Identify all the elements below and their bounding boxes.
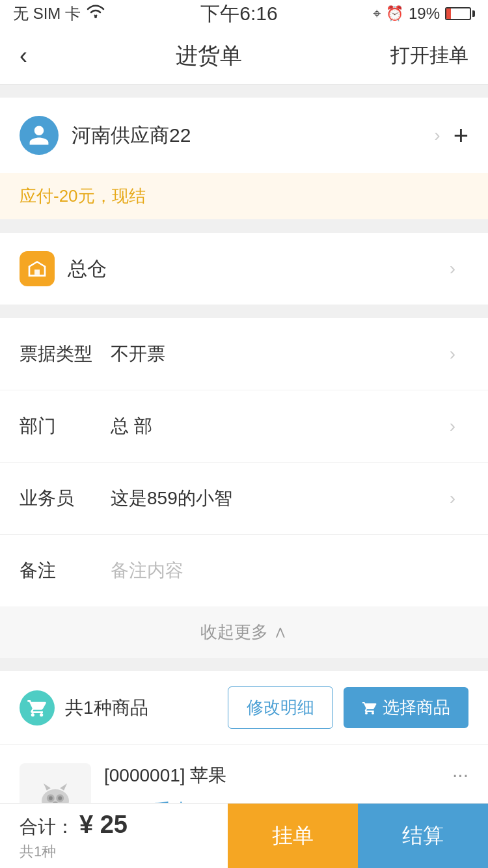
total-label: 合计：: [20, 815, 74, 839]
gap-3: [0, 305, 488, 318]
open-hang-button[interactable]: 打开挂单: [390, 42, 468, 69]
time-label: 下午6:16: [200, 1, 277, 27]
edit-detail-button[interactable]: 修改明细: [228, 686, 333, 729]
warehouse-name-label: 总仓: [68, 256, 450, 282]
warehouse-chevron-icon: ›: [450, 258, 455, 279]
gap-2: [0, 219, 488, 232]
products-icon: [27, 698, 47, 718]
form-row-remark[interactable]: 备注 备注内容: [0, 534, 488, 606]
settle-label: 结算: [402, 822, 444, 850]
cart-icon: [362, 700, 377, 716]
remark-placeholder: 备注内容: [111, 558, 468, 583]
gap-1: [0, 85, 488, 98]
supplier-avatar: [20, 116, 59, 155]
products-header: 共1种商品 修改明细 选择商品: [0, 671, 488, 744]
status-right: ⌖ ⏰ 19%: [373, 5, 475, 23]
invoice-label: 票据类型: [20, 342, 98, 366]
invoice-chevron-icon: ›: [450, 344, 455, 364]
products-icon-wrap: [20, 690, 55, 726]
supplier-card: 河南供应商22 › +: [0, 98, 488, 173]
network-label: 无 SIM 卡: [13, 3, 81, 24]
warehouse-row[interactable]: 总仓 ›: [0, 232, 488, 305]
hang-button[interactable]: 挂单: [228, 804, 358, 869]
warehouse-icon-wrap: [20, 251, 55, 286]
select-product-button[interactable]: 选择商品: [344, 687, 468, 728]
warning-banner: 应付-20元，现结: [0, 173, 488, 219]
salesperson-chevron-icon: ›: [450, 488, 455, 509]
settle-button[interactable]: 结算: [358, 804, 488, 869]
svg-point-6: [58, 796, 62, 800]
person-icon: [27, 124, 51, 147]
collapse-row[interactable]: 收起更多 ∧: [0, 606, 488, 658]
svg-rect-1: [34, 269, 40, 275]
supplier-row[interactable]: 河南供应商22 › +: [20, 98, 468, 173]
status-bar: 无 SIM 卡 下午6:16 ⌖ ⏰ 19%: [0, 0, 488, 27]
form-row-dept[interactable]: 部门 总 部 ›: [0, 390, 488, 462]
hang-label: 挂单: [272, 822, 314, 850]
nav-bar: ‹ 进货单 打开挂单: [0, 27, 488, 85]
invoice-value: 不开票: [111, 342, 450, 366]
select-product-label: 选择商品: [383, 696, 450, 719]
product-name-label: [0000001] 苹果: [104, 763, 439, 788]
svg-point-0: [94, 16, 97, 18]
footer: 合计： ¥ 25 共1种 挂单 结算: [0, 803, 488, 868]
supplier-name-label: 河南供应商22: [72, 122, 434, 149]
status-left: 无 SIM 卡: [13, 3, 105, 24]
back-button[interactable]: ‹: [20, 42, 27, 70]
wifi-icon: [86, 5, 105, 23]
svg-marker-8: [44, 783, 51, 791]
form-row-invoice[interactable]: 票据类型 不开票 ›: [0, 318, 488, 390]
add-button[interactable]: +: [454, 121, 468, 150]
location-icon: ⌖: [373, 5, 381, 22]
form-row-salesperson[interactable]: 业务员 这是859的小智 ›: [0, 462, 488, 534]
svg-point-5: [49, 796, 53, 800]
remark-label: 备注: [20, 558, 98, 583]
footer-total: 合计： ¥ 25 共1种: [0, 811, 228, 861]
form-section: 票据类型 不开票 › 部门 总 部 › 业务员 这是859的小智 › 备注 备注…: [0, 318, 488, 606]
collapse-label: 收起更多 ∧: [200, 621, 287, 644]
page-title: 进货单: [176, 41, 242, 71]
salesperson-label: 业务员: [20, 486, 98, 511]
salesperson-value: 这是859的小智: [111, 486, 450, 511]
svg-marker-9: [60, 783, 67, 791]
chevron-right-icon: ›: [434, 125, 440, 146]
product-more-button[interactable]: ···: [452, 763, 468, 785]
alarm-icon: ⏰: [386, 5, 403, 22]
dept-value: 总 部: [111, 414, 450, 439]
total-main: 合计： ¥ 25: [20, 811, 208, 839]
gap-4: [0, 658, 488, 671]
battery-indicator: [445, 7, 475, 20]
dept-label: 部门: [20, 414, 98, 439]
product-count-label: 共1种商品: [65, 696, 217, 720]
battery-percent: 19%: [409, 5, 440, 23]
total-sub: 共1种: [20, 842, 208, 861]
warehouse-icon: [27, 258, 47, 279]
dept-chevron-icon: ›: [450, 416, 455, 437]
total-amount: ¥ 25: [79, 811, 128, 839]
